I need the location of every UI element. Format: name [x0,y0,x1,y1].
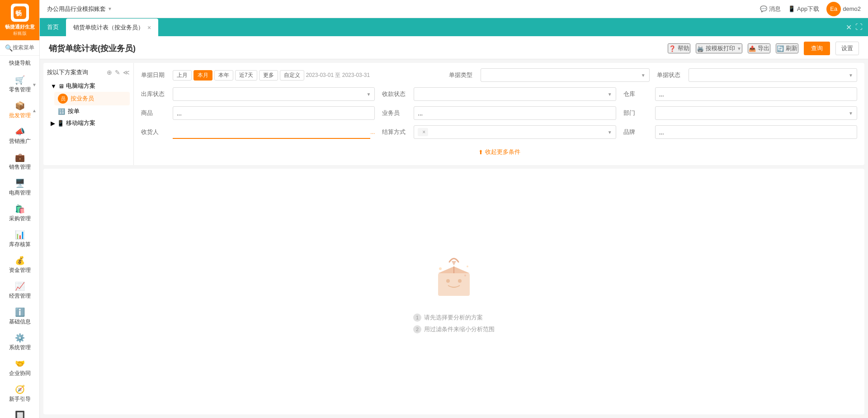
window-maximize-btn[interactable]: ⛶ [855,23,863,31]
collapse-panel-btn[interactable]: ≪ [123,69,130,76]
product-select[interactable]: ... [173,106,375,120]
date-btn-this-month[interactable]: 本月 [193,70,212,81]
empty-tip-2: 2 用过滤条件来缩小分析范围 [413,323,495,335]
sidebar-item-collab[interactable]: 🤝 企业协同 [0,355,39,381]
user-avatar: Ea [826,2,841,16]
tab-sales-stat[interactable]: 销货单统计表（按业务员） × [66,19,158,37]
sales-icon: 💼 [15,152,25,162]
sidebar-item-wholesale[interactable]: 📦 批发管理 ▲ [0,97,39,123]
inventory-icon: 📊 [15,230,25,240]
tab-home[interactable]: 首页 [40,18,66,36]
basic-icon: ℹ️ [15,307,25,317]
date-label: 单据日期 [141,71,173,79]
date-btn-this-year[interactable]: 本年 [214,70,233,81]
salesperson-select[interactable]: ... [414,106,616,120]
logo-text: 畅捷通好生意 [5,24,35,30]
sidebar-item-finance[interactable]: 💰 资金管理 [0,252,39,278]
collapse-btn[interactable]: ⬆ 收起更多条件 [141,144,857,160]
app-header: 办公用品行业模拟账套 ▼ 💬 消息 📱 App下载 Ea demo2 [40,0,868,18]
print-icon: 🖨️ [697,45,704,52]
filter-item-doctype: 单据类型 ▼ [449,68,649,82]
date-group: 上月 本月 本年 近7天 更多 自定义 2023-03-01 至 2023-03… [173,70,442,81]
sidebar-item-guide[interactable]: 🧭 新手引导 [0,381,39,407]
add-scheme-btn[interactable]: ⊕ [107,69,112,76]
sidebar-item-operations-label: 经营管理 [9,292,31,300]
doctype-select[interactable]: ▼ [481,68,649,82]
user-name: demo2 [843,5,861,12]
sidebar-item-purchase[interactable]: 🛍️ 采购管理 [0,200,39,226]
docstatus-select[interactable]: ▼ [689,68,857,82]
settings-label: 设置 [841,44,853,52]
help-label: 帮助 [678,44,689,52]
svg-rect-2 [438,273,470,296]
consignee-input[interactable] [173,125,370,139]
tip-text-2: 用过滤条件来缩小分析范围 [424,323,495,335]
sidebar-item-inventory[interactable]: 📊 库存核算 [0,226,39,252]
sidebar-logo[interactable]: 畅 畅捷通好生意 标账版 [0,0,39,40]
retail-icon: 🛒 [15,75,25,85]
filter-row-4: 收货人 ... 结算方式 × ▼ [141,125,857,139]
sidebar-item-apps[interactable]: 🔲 应用中心 [0,407,39,418]
receiptstatus-select[interactable]: ▼ [414,87,616,101]
print-btn[interactable]: 🖨️ 按模板打印 ▼ [696,43,742,53]
date-btn-more[interactable]: 更多 [259,70,278,81]
settlement-dropdown-icon: ▼ [608,130,612,135]
account-dropdown[interactable]: 办公用品行业模拟账套 ▼ [47,5,112,13]
date-btn-custom[interactable]: 自定义 [280,70,304,81]
sidebar-item-operations[interactable]: 📈 经营管理 [0,278,39,304]
department-select[interactable]: ▼ [655,106,857,120]
app-download-btn[interactable]: 📱 App下载 [788,5,819,13]
header-right: 💬 消息 📱 App下载 Ea demo2 [760,2,861,16]
message-btn[interactable]: 💬 消息 [760,5,781,13]
tree-arrow-mobile: ▶ [51,120,55,127]
tree-item-mobile[interactable]: ▶ 📱 移动端方案 [47,117,130,129]
warehouse-select[interactable]: ... [655,87,857,101]
window-close-btn[interactable]: ✕ [846,23,852,32]
help-btn[interactable]: ❓ 帮助 [668,43,690,53]
page-actions: ❓ 帮助 🖨️ 按模板打印 ▼ 📤 导出 🔄 刷新 查询 [668,42,859,55]
sidebar-item-inventory-label: 库存核算 [9,241,31,248]
filter-item-receiptstatus: 收款状态 ▼ [382,87,616,101]
query-btn[interactable]: 查询 [804,42,830,55]
settlement-tag-remove[interactable]: × [422,129,425,135]
brand-select[interactable]: ... [655,125,857,139]
sidebar-item-wholesale-label: 批发管理 [9,112,31,119]
sidebar-item-basic-label: 基础信息 [9,318,31,326]
empty-tip-1: 1 请先选择要分析的方案 [413,312,495,323]
refresh-btn[interactable]: 🔄 刷新 [776,43,798,53]
sidebar-item-ecommerce[interactable]: 🖥️ 电商管理 [0,175,39,200]
svg-marker-3 [452,261,456,266]
date-btn-7days[interactable]: 近7天 [235,70,257,81]
warehouse-label: 仓库 [623,90,655,98]
export-btn[interactable]: 📤 导出 [748,43,770,53]
brand-placeholder: ... [659,129,664,136]
left-panel-actions: ⊕ ✎ ≪ [107,69,130,76]
settings-btn[interactable]: 设置 [835,42,859,55]
edit-scheme-btn[interactable]: ✎ [115,69,120,76]
sidebar-item-system[interactable]: ⚙️ 系统管理 [0,329,39,355]
tree-item-pc[interactable]: ▼ 🖥 电脑端方案 [47,80,130,92]
settlement-label: 结算方式 [382,128,414,136]
docstatus-dropdown-icon: ▼ [849,73,853,78]
tab-close-btn[interactable]: × [147,24,151,31]
consignee-more-btn[interactable]: ... [370,129,375,135]
sidebar-search[interactable]: 🔍 搜索菜单 [0,40,39,56]
tree-sub-item-order[interactable]: 🔢 按单 [54,105,130,117]
tree-sub-item-salesperson[interactable]: 员 按业务员 [54,92,130,105]
sidebar-item-marketing[interactable]: 📣 营销推广 [0,123,39,149]
filter-row-1: 单据日期 上月 本月 本年 近7天 更多 自定义 2023-03-01 至 20… [141,68,857,82]
settlement-select[interactable]: × ▼ [414,125,616,139]
sidebar-item-sales[interactable]: 💼 销售管理 [0,149,39,175]
date-btn-last-month[interactable]: 上月 [173,70,192,81]
help-icon: ❓ [669,45,676,52]
pc-folder-icon: 🖥 [58,83,64,90]
sidebar-item-quicknav[interactable]: 快捷导航 [0,56,39,70]
mobile-folder-icon: 📱 [57,120,64,127]
outstatus-label: 出库状态 [141,90,173,98]
sidebar-item-retail[interactable]: 🛒 零售管理 ▼ [0,71,39,97]
filter-item-consignee: 收货人 ... [141,125,375,139]
outstatus-select[interactable]: ▼ [173,87,375,101]
sidebar-item-basic[interactable]: ℹ️ 基础信息 [0,304,39,329]
user-profile[interactable]: Ea demo2 [826,2,861,16]
doctype-dropdown-icon: ▼ [641,73,646,78]
